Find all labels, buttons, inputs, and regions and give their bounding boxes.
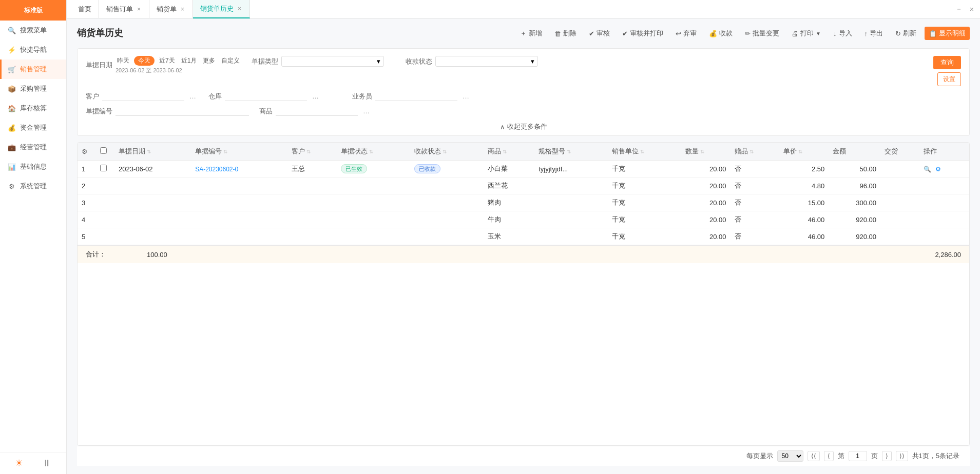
cart-icon: 🛒 — [8, 65, 16, 73]
filter-payment-status-select[interactable]: ▾ — [435, 56, 538, 67]
last-page-button[interactable]: ⟩⟩ — [896, 451, 908, 461]
filter-doc-type-label: 单据类型 — [252, 57, 278, 66]
print-button[interactable]: 🖨 打印 ▼ — [787, 27, 825, 40]
col-delivery[interactable]: 交货 — [880, 143, 919, 161]
sidebar-item-operations[interactable]: 💼 经营管理 — [0, 137, 66, 157]
date-btn-1month[interactable]: 近1月 — [180, 56, 199, 66]
settings-button[interactable]: 设置 — [937, 72, 961, 86]
product-ellipsis[interactable]: … — [361, 107, 372, 115]
col-payment-status[interactable]: 收款状态 ⇅ — [410, 143, 484, 161]
tab-home[interactable]: 首页 — [71, 0, 99, 18]
sidebar-item-sales[interactable]: 🛒 销售管理 — [0, 60, 66, 79]
col-docno[interactable]: 单据编号 ⇅ — [191, 143, 287, 161]
money-icon: 💰 — [8, 124, 16, 132]
date-btn-7days[interactable]: 近7天 — [158, 56, 177, 66]
tab-sales-order[interactable]: 销售订单 × — [99, 0, 149, 18]
next-page-button[interactable]: ⟩ — [882, 451, 892, 461]
delete-button[interactable]: 🗑 删除 — [550, 27, 581, 40]
sidebar-item-finance[interactable]: 💰 资金管理 — [0, 118, 66, 137]
show-detail-icon: 📋 — [929, 30, 937, 37]
revoke-button[interactable]: ↩ 弃审 — [671, 27, 701, 40]
customer-ellipsis[interactable]: … — [187, 92, 198, 100]
tab-sales-slip[interactable]: 销货单 × — [149, 0, 193, 18]
warehouse-ellipsis[interactable]: … — [310, 92, 321, 100]
show-detail-button[interactable]: 📋 显示明细 — [925, 27, 970, 40]
sidebar-logo: 标准版 — [0, 0, 66, 21]
close-sales-slip-tab[interactable]: × — [180, 6, 185, 13]
sidebar-item-purchase[interactable]: 📦 采购管理 — [0, 79, 66, 98]
tab-sales-slip-label: 销货单 — [157, 5, 177, 14]
table-row: 5玉米千克20.00否46.00920.00 — [78, 228, 969, 245]
filter-customer-input[interactable] — [102, 91, 184, 101]
doc-status-badge: 已生效 — [341, 164, 367, 173]
dropdown-icon2: ▾ — [531, 57, 534, 65]
close-window-button[interactable]: × — [968, 5, 976, 13]
sidebar-item-system[interactable]: ⚙ 系统管理 — [0, 176, 66, 196]
filter-area: 单据日期 昨天 今天 近7天 近1月 更多 自定义 2023-06-02 至 2… — [77, 48, 970, 136]
table-row: 3猪肉千克20.00否15.00300.00 — [78, 194, 969, 211]
import-button[interactable]: ↓ 导入 — [829, 27, 856, 40]
export-button[interactable]: ↑ 导出 — [860, 27, 888, 40]
batch-change-button[interactable]: ✏ 批量变更 — [741, 27, 783, 40]
table-row: 12023-06-02SA-20230602-0王总已生效已收款小白菜tyjyj… — [78, 161, 969, 177]
col-price[interactable]: 单价 ⇅ — [779, 143, 829, 161]
new-button[interactable]: ＋ 新增 — [516, 27, 546, 40]
per-page-select[interactable]: 20 50 100 — [777, 450, 803, 462]
first-page-button[interactable]: ⟨⟨ — [808, 451, 820, 461]
col-product[interactable]: 商品 ⇅ — [484, 143, 534, 161]
search-icon: 🔍 — [8, 26, 16, 34]
tab-sales-history[interactable]: 销货单历史 × — [193, 0, 250, 18]
collapse-button[interactable]: ∧ 收起更多条件 — [500, 122, 547, 131]
col-gift[interactable]: 赠品 ⇅ — [731, 143, 780, 161]
sidebar-item-search[interactable]: 🔍 搜索菜单 — [0, 21, 66, 40]
sidebar-item-inventory[interactable]: 🏠 库存核算 — [0, 98, 66, 118]
doc-no-link[interactable]: SA-20230602-0 — [195, 166, 238, 173]
print-dropdown-icon: ▼ — [816, 31, 821, 36]
col-settings[interactable]: ⚙ — [78, 143, 96, 161]
col-spec[interactable]: 规格型号 ⇅ — [534, 143, 608, 161]
filter-doc-type-select[interactable]: ▾ — [281, 56, 384, 67]
page-title: 销货单历史 — [77, 27, 123, 39]
minimize-button[interactable]: － — [953, 5, 965, 14]
date-btn-yesterday[interactable]: 昨天 — [116, 56, 131, 66]
col-amount[interactable]: 金额 — [829, 143, 880, 161]
filter-product-input[interactable] — [276, 106, 358, 116]
col-checkbox[interactable] — [96, 143, 114, 161]
salesman-ellipsis[interactable]: … — [460, 92, 471, 100]
collapse-icon: ∧ — [500, 123, 505, 131]
tab-sales-order-label: 销售订单 — [106, 5, 133, 14]
date-btn-today[interactable]: 今天 — [134, 56, 155, 66]
page-label2: 页 — [871, 451, 878, 461]
sidebar-bottom-icon2[interactable]: ⏸ — [42, 458, 51, 469]
refresh-button[interactable]: ↻ 刷新 — [891, 27, 920, 40]
sidebar-item-label: 基础信息 — [20, 162, 47, 171]
col-quantity[interactable]: 数量 ⇅ — [681, 143, 731, 161]
query-button[interactable]: 查询 — [933, 56, 961, 69]
collect-button[interactable]: 💰 收款 — [705, 27, 737, 40]
col-doc-status[interactable]: 单据状态 ⇅ — [337, 143, 410, 161]
filter-docnum-input[interactable] — [116, 106, 249, 116]
row-action[interactable]: 🔍 — [924, 166, 931, 173]
date-btn-custom[interactable]: 自定义 — [220, 56, 241, 66]
filter-warehouse-input[interactable] — [225, 91, 307, 101]
row-action[interactable]: ⚙ — [935, 166, 941, 173]
box-icon: 📦 — [8, 85, 16, 93]
approve-button[interactable]: ✔ 审核 — [585, 27, 614, 40]
data-table-wrapper: ⚙ 单据日期 ⇅ 单据编号 ⇅ 客户 ⇅ 单据状态 ⇅ 收款状态 ⇅ 商品 ⇅ … — [77, 142, 970, 446]
col-customer[interactable]: 客户 ⇅ — [287, 143, 337, 161]
sidebar-item-quicknav[interactable]: ⚡ 快捷导航 — [0, 40, 66, 60]
prev-page-button[interactable]: ⟨ — [824, 451, 834, 461]
filter-customer-label: 客户 — [86, 92, 99, 101]
sidebar-bottom-icon1[interactable]: ☀ — [15, 458, 23, 469]
sidebar-item-label: 快捷导航 — [20, 45, 47, 54]
close-sales-order-tab[interactable]: × — [136, 6, 142, 13]
filter-salesman-input[interactable] — [375, 91, 457, 101]
approve-print-button[interactable]: ✔ 审核并打印 — [618, 27, 667, 40]
page-input[interactable] — [849, 451, 867, 461]
date-btn-more[interactable]: 更多 — [201, 56, 217, 66]
sidebar-item-basic-info[interactable]: 📊 基础信息 — [0, 157, 66, 176]
col-unit[interactable]: 销售单位 ⇅ — [608, 143, 681, 161]
col-date[interactable]: 单据日期 ⇅ — [114, 143, 191, 161]
sidebar-item-label: 采购管理 — [20, 84, 47, 93]
close-sales-history-tab[interactable]: × — [237, 5, 242, 12]
